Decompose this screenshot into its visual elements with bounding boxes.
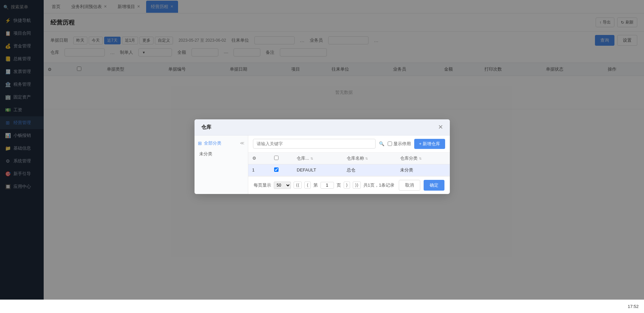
modal-sidebar-all-category[interactable]: 全部分类 [204, 140, 221, 146]
table-row[interactable]: 1 DEFAULT 总仓 未分类 [248, 164, 450, 176]
modal-header: 仓库 ✕ [195, 119, 450, 135]
modal-title: 仓库 [201, 124, 211, 130]
modal-last-page-btn[interactable]: ⟩⟩ [353, 182, 361, 189]
modal-close-button[interactable]: ✕ [438, 124, 443, 130]
modal-body: ⊞ 全部分类 ≪ 未分类 🔍 显示停用 + 新增 [195, 135, 450, 194]
show-disabled-label[interactable]: 显示停用 [388, 141, 411, 147]
modal-overlay: 仓库 ✕ ⊞ 全部分类 ≪ 未分类 🔍 [0, 0, 644, 313]
modal-pagination: 每页显示 50 10 20 100 ⟨⟨ ⟨ 第 页 ⟩ ⟩⟩ [254, 182, 394, 189]
modal-sidebar: ⊞ 全部分类 ≪ 未分类 [195, 135, 248, 194]
modal-page-label: 第 [313, 182, 318, 188]
modal-per-page-label: 每页显示 [254, 182, 271, 188]
modal-col-code: 仓库... ⇅ [293, 153, 342, 164]
all-category-icon: ⊞ [198, 141, 202, 146]
modal-toolbar: 🔍 显示停用 + 新增仓库 [248, 135, 450, 153]
modal-per-page-select[interactable]: 50 10 20 100 [274, 182, 291, 189]
modal-footer: 每页显示 50 10 20 100 ⟨⟨ ⟨ 第 页 ⟩ ⟩⟩ [248, 176, 450, 194]
uncategorized-label: 未分类 [199, 151, 212, 157]
category-sort-icon[interactable]: ⇅ [419, 157, 422, 160]
cancel-button[interactable]: 取消 [399, 180, 420, 191]
taskbar-right: 17:52 [628, 304, 639, 309]
modal-col-checkbox[interactable] [270, 153, 293, 164]
modal-table-head: ⚙ 仓库... ⇅ 仓库名称 ⇅ [248, 153, 450, 164]
modal-prev-page-btn[interactable]: ⟨ [304, 182, 311, 189]
modal-page-input[interactable] [320, 182, 334, 189]
modal-table: ⚙ 仓库... ⇅ 仓库名称 ⇅ [248, 153, 450, 176]
row-checkbox[interactable] [270, 164, 293, 176]
add-warehouse-button[interactable]: + 新增仓库 [414, 139, 445, 149]
row-name: 总仓 [343, 164, 396, 176]
row-settings: 1 [248, 164, 270, 176]
modal-footer-actions: 取消 确定 [399, 180, 444, 191]
modal-col-settings[interactable]: ⚙ [248, 153, 270, 164]
modal-col-name: 仓库名称 ⇅ [343, 153, 396, 164]
modal-total-info: 共1页，1条记录 [363, 182, 394, 188]
modal-col-category: 仓库分类 ⇅ [396, 153, 449, 164]
taskbar: 17:52 [0, 300, 644, 313]
modal-table-body: 1 DEFAULT 总仓 未分类 [248, 164, 450, 176]
row-select-checkbox[interactable] [274, 167, 278, 172]
row-category: 未分类 [396, 164, 449, 176]
sidebar-collapse-icon[interactable]: ≪ [240, 141, 245, 146]
warehouse-modal: 仓库 ✕ ⊞ 全部分类 ≪ 未分类 🔍 [195, 119, 450, 194]
modal-sidebar-uncategorized[interactable]: 未分类 [195, 148, 248, 160]
modal-first-page-btn[interactable]: ⟨⟨ [294, 182, 302, 189]
taskbar-time: 17:52 [628, 304, 639, 309]
modal-page-unit: 页 [337, 182, 341, 188]
name-sort-icon[interactable]: ⇅ [365, 157, 368, 160]
confirm-button[interactable]: 确定 [424, 180, 444, 191]
modal-search-icon: 🔍 [379, 141, 384, 146]
row-code: DEFAULT [293, 164, 342, 176]
modal-content-area: 🔍 显示停用 + 新增仓库 ⚙ [248, 135, 450, 194]
code-sort-icon[interactable]: ⇅ [310, 157, 313, 160]
modal-select-all[interactable] [274, 156, 278, 160]
modal-next-page-btn[interactable]: ⟩ [344, 182, 350, 189]
modal-search-input[interactable] [253, 139, 376, 149]
show-disabled-checkbox[interactable] [388, 142, 392, 146]
modal-table-container: ⚙ 仓库... ⇅ 仓库名称 ⇅ [248, 153, 450, 176]
